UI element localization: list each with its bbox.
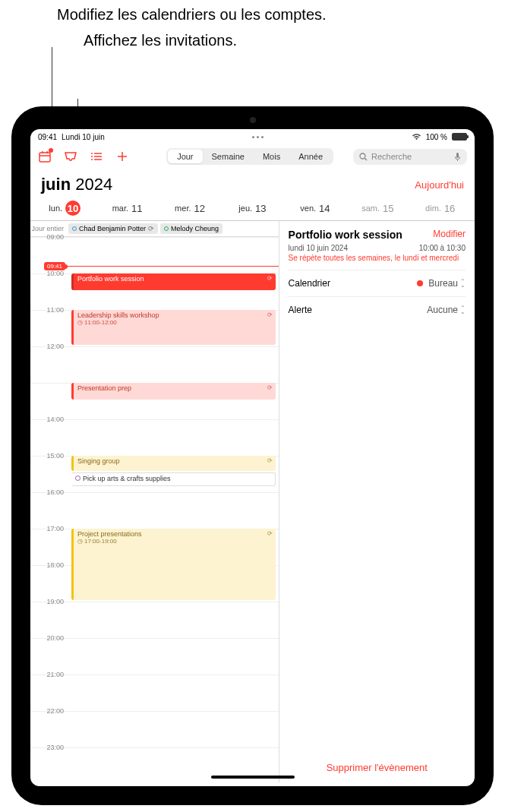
allday-chip[interactable]: Chad Benjamin Potter⟳ (68, 223, 158, 234)
hour-label: 19:00 (33, 598, 64, 605)
repeat-icon: ⟳ (267, 530, 273, 537)
month-year-label[interactable]: juin 2024 (41, 175, 112, 194)
event-leadership[interactable]: Leadership skills workshop ◷11:00-12:00 … (71, 310, 276, 345)
hour-label: 16:00 (33, 488, 64, 496)
repeat-icon: ⟳ (267, 311, 273, 318)
status-bar: 09:41 Lundi 10 juin 100 % (30, 129, 475, 144)
status-date: Lundi 10 juin (62, 133, 105, 141)
day-mon[interactable]: lun.10 (33, 201, 96, 216)
chevron-updown-icon: ⌃⌄ (460, 280, 466, 287)
now-indicator: 09:41 (30, 262, 279, 270)
home-indicator[interactable] (211, 776, 295, 779)
hour-label: 23:00 (33, 744, 64, 751)
calendar-label: Calendrier (289, 278, 330, 289)
seg-day[interactable]: Jour (168, 150, 202, 163)
week-day-bar: lun.10 mar.11 mer.12 jeu.13 ven.14 sam.1… (30, 201, 475, 221)
svg-point-12 (360, 153, 365, 159)
svg-rect-0 (39, 153, 50, 162)
calendar-color-dot (417, 280, 423, 286)
hour-label: 10:00 (33, 270, 64, 277)
allday-chip[interactable]: Melody Cheung (160, 223, 223, 234)
callout-calendars: Modifiez les calendriers ou les comptes. (57, 5, 327, 24)
status-time: 09:41 (38, 133, 57, 141)
event-singing[interactable]: Singing group⟳ (71, 456, 276, 471)
view-segmented-control[interactable]: Jour Semaine Mois Année (166, 148, 333, 165)
svg-point-6 (91, 156, 93, 157)
callout-invitations: Affichez les invitations. (84, 30, 327, 50)
repeat-icon: ⟳ (148, 225, 154, 232)
edit-button[interactable]: Modifier (433, 229, 466, 239)
day-thu[interactable]: jeu.13 (221, 201, 283, 216)
hour-label: 14:00 (33, 415, 64, 423)
day-wed[interactable]: mer.12 (159, 201, 221, 216)
ring-icon (75, 476, 80, 481)
event-presentation-prep[interactable]: Presentation prep⟳ (71, 383, 276, 400)
ipad-frame: 09:41 Lundi 10 juin 100 % (11, 106, 494, 805)
list-button[interactable] (90, 150, 103, 163)
allday-label: Jour entier (30, 225, 68, 232)
svg-rect-14 (456, 153, 459, 158)
hour-label: 09:00 (33, 233, 64, 241)
hour-label: 18:00 (33, 561, 64, 569)
allday-row: Jour entier Chad Benjamin Potter⟳ Melody… (30, 221, 279, 237)
repeat-icon: ⟳ (267, 457, 273, 464)
svg-point-8 (91, 159, 93, 160)
svg-line-13 (365, 158, 367, 160)
search-placeholder: Recherche (371, 152, 450, 161)
chevron-updown-icon: ⌃⌄ (460, 306, 466, 314)
calendar-row[interactable]: Calendrier Bureau⌃⌄ (289, 270, 466, 296)
hour-label: 11:00 (33, 306, 64, 314)
day-fri[interactable]: ven.14 (284, 201, 346, 216)
hour-label: 12:00 (33, 343, 64, 350)
seg-year[interactable]: Année (289, 150, 332, 163)
camera-notch (250, 117, 256, 123)
repeat-icon: ⟳ (267, 275, 273, 282)
battery-percent: 100 % (426, 133, 447, 141)
calendars-button[interactable] (38, 150, 52, 163)
notification-badge (49, 148, 53, 153)
clock-icon: ◷ (77, 319, 83, 326)
detail-title: Portfolio work session (289, 229, 402, 241)
event-pickup[interactable]: Pick up arts & crafts supplies (71, 472, 276, 486)
detail-repeat: Se répète toutes les semaines, le lundi … (289, 254, 466, 262)
add-button[interactable] (115, 150, 129, 163)
svg-point-4 (91, 153, 93, 154)
search-field[interactable]: Recherche (353, 149, 467, 165)
repeat-icon: ⟳ (267, 384, 273, 391)
seg-week[interactable]: Semaine (203, 150, 254, 163)
day-timeline[interactable]: 09:00 10:00 11:00 12:00 14:00 15:00 16:0… (30, 237, 279, 761)
day-tue[interactable]: mar.11 (96, 201, 158, 216)
event-detail-panel: Portfolio work session Modifier lundi 10… (279, 221, 475, 782)
hour-label: 21:00 (33, 671, 64, 678)
clock-icon: ◷ (77, 538, 83, 545)
alert-label: Alerte (289, 305, 312, 315)
inbox-button[interactable] (64, 150, 77, 163)
day-sun[interactable]: dim.16 (409, 201, 472, 216)
delete-event-button[interactable]: Supprimer l'évènement (279, 762, 475, 773)
hour-label: 20:00 (33, 634, 64, 642)
hour-label: 17:00 (33, 525, 64, 532)
mic-icon[interactable] (454, 152, 461, 162)
detail-time: 10:00 à 10:30 (419, 244, 466, 252)
detail-date: lundi 10 juin 2024 (289, 244, 348, 252)
hour-label: 15:00 (33, 452, 64, 460)
event-project[interactable]: Project presentations ◷17:00-19:00 ⟳ (71, 529, 276, 600)
event-portfolio[interactable]: Portfolio work session⟳ (71, 273, 276, 290)
search-icon (359, 153, 368, 161)
multitask-dots-icon[interactable] (252, 136, 264, 138)
battery-icon (452, 133, 467, 141)
seg-month[interactable]: Mois (254, 150, 289, 163)
day-sat[interactable]: sam.15 (346, 201, 409, 216)
wifi-icon (412, 133, 421, 141)
alert-row[interactable]: Alerte Aucune⌃⌄ (289, 296, 466, 323)
today-button[interactable]: Aujourd'hui (415, 179, 464, 191)
hour-label: 22:00 (33, 707, 64, 715)
